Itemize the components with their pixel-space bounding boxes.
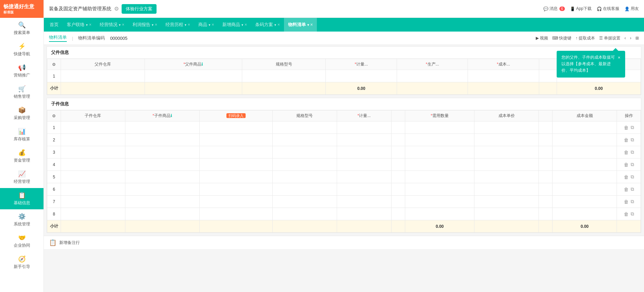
child-row7-product[interactable] bbox=[125, 196, 200, 208]
child-row8-warehouse[interactable] bbox=[61, 208, 125, 220]
child-row6-warehouse[interactable] bbox=[61, 183, 125, 196]
child-row5-spec[interactable] bbox=[272, 171, 337, 183]
app-download-item[interactable]: 📱 App下载 bbox=[570, 6, 592, 12]
nav-tab-5[interactable]: 商品 ▾ × bbox=[194, 18, 218, 32]
delete-icon-row2[interactable]: 🗑 bbox=[624, 137, 629, 143]
delete-icon-row5[interactable]: 🗑 bbox=[624, 174, 629, 180]
extract-cost-action[interactable]: ↑ 提取成本 bbox=[575, 35, 595, 41]
child-col-scan[interactable]: 扫码录入 bbox=[200, 110, 272, 121]
copy-icon-row5[interactable]: ⧉ bbox=[631, 174, 634, 180]
sidebar-item-0[interactable]: 🔍搜索菜单 bbox=[0, 18, 44, 39]
child-row2-measure[interactable] bbox=[337, 134, 391, 146]
child-row3-spec[interactable] bbox=[272, 146, 337, 159]
delete-icon-row4[interactable]: 🗑 bbox=[624, 162, 629, 167]
copy-icon-row3[interactable]: ⧉ bbox=[631, 149, 634, 155]
nav-tab-8[interactable]: 物料清单 ▾ × bbox=[284, 18, 317, 32]
child-row2-product[interactable] bbox=[125, 134, 200, 146]
parent-row1-measure[interactable] bbox=[326, 70, 397, 82]
child-row2-warehouse[interactable] bbox=[61, 134, 125, 146]
child-row8-measure[interactable] bbox=[337, 208, 391, 220]
child-row7-spec[interactable] bbox=[272, 196, 337, 208]
copy-icon-row1[interactable]: ⧉ bbox=[631, 125, 634, 130]
sidebar-item-7[interactable]: 📈经营管理 bbox=[0, 167, 44, 188]
shortcut-action[interactable]: ⌨ 快捷键 bbox=[552, 35, 571, 41]
sidebar-item-2[interactable]: 📢营销推广 bbox=[0, 60, 44, 82]
nav-tab-2[interactable]: 经营情况 ▾ × bbox=[96, 18, 128, 32]
child-row5-warehouse[interactable] bbox=[61, 171, 125, 183]
child-row4-warehouse[interactable] bbox=[61, 159, 125, 171]
delete-icon-row3[interactable]: 🗑 bbox=[624, 150, 629, 155]
nav-prev[interactable]: ‹ bbox=[624, 36, 626, 40]
parent-row1-cost[interactable] bbox=[468, 70, 539, 82]
child-row2-unit-cost[interactable] bbox=[474, 134, 539, 146]
sidebar-item-9[interactable]: ⚙️系统管理 bbox=[0, 209, 44, 231]
child-row8-qty[interactable] bbox=[405, 208, 474, 220]
delete-icon-row7[interactable]: 🗑 bbox=[624, 199, 629, 205]
child-row5-product[interactable] bbox=[125, 171, 200, 183]
delete-icon-row6[interactable]: 🗑 bbox=[624, 187, 629, 192]
parent-row1-product[interactable] bbox=[145, 70, 242, 82]
sidebar-item-11[interactable]: 🧭新手引导 bbox=[0, 252, 44, 273]
parent-row1-produce[interactable] bbox=[397, 70, 468, 82]
child-row4-measure[interactable] bbox=[337, 159, 391, 171]
copy-icon-row7[interactable]: ⧉ bbox=[631, 199, 634, 205]
child-row1-qty[interactable] bbox=[405, 121, 474, 134]
child-row7-qty[interactable] bbox=[405, 196, 474, 208]
nav-tab-1[interactable]: 客户联络 ▾ × bbox=[63, 18, 96, 32]
add-note-label[interactable]: 新增备注行 bbox=[59, 240, 80, 246]
child-row5-unit-cost[interactable] bbox=[474, 171, 539, 183]
settings-icon[interactable]: ⚙ bbox=[114, 5, 119, 12]
child-row3-unit-cost[interactable] bbox=[474, 146, 539, 159]
user-item[interactable]: 👤 用友 bbox=[624, 6, 639, 12]
child-row4-unit-cost[interactable] bbox=[474, 159, 539, 171]
child-row1-measure[interactable] bbox=[337, 121, 391, 134]
child-row2-spec[interactable] bbox=[272, 134, 337, 146]
copy-icon-row8[interactable]: ⧉ bbox=[631, 211, 634, 217]
child-row1-warehouse[interactable] bbox=[61, 121, 125, 134]
expand-icon[interactable]: ⊞ bbox=[635, 36, 639, 40]
child-row5-qty[interactable] bbox=[405, 171, 474, 183]
nav-tab-6[interactable]: 新增商品 ▾ × bbox=[218, 18, 251, 32]
child-row7-warehouse[interactable] bbox=[61, 196, 125, 208]
child-row3-warehouse[interactable] bbox=[61, 146, 125, 159]
child-row3-product[interactable] bbox=[125, 146, 200, 159]
child-row4-product[interactable] bbox=[125, 159, 200, 171]
sidebar-item-10[interactable]: 🤝企业协同 bbox=[0, 231, 44, 252]
child-row6-spec[interactable] bbox=[272, 183, 337, 196]
online-service-item[interactable]: 🎧 在线客服 bbox=[597, 6, 619, 12]
parent-row1-warehouse[interactable] bbox=[61, 70, 145, 82]
child-row5-measure[interactable] bbox=[337, 171, 391, 183]
sidebar-item-1[interactable]: ⚡快捷导航 bbox=[0, 39, 44, 60]
sidebar-item-5[interactable]: 📊库存核算 bbox=[0, 124, 44, 145]
delete-icon-row8[interactable]: 🗑 bbox=[624, 211, 629, 217]
copy-icon-row4[interactable]: ⧉ bbox=[631, 162, 634, 167]
child-row6-product[interactable] bbox=[125, 183, 200, 196]
child-row6-measure[interactable] bbox=[337, 183, 391, 196]
sidebar-item-4[interactable]: 📦采购管理 bbox=[0, 103, 44, 124]
child-row3-measure[interactable] bbox=[337, 146, 391, 159]
nav-tab-7[interactable]: 条码方案 ▾ × bbox=[251, 18, 284, 32]
video-action[interactable]: ▶ 视频 bbox=[536, 35, 548, 41]
child-row3-qty[interactable] bbox=[405, 146, 474, 159]
copy-icon-row2[interactable]: ⧉ bbox=[631, 137, 634, 143]
tooltip-close[interactable]: × bbox=[618, 54, 620, 61]
child-row6-unit-cost[interactable] bbox=[474, 183, 539, 196]
trial-button[interactable]: 体验行业方案 bbox=[122, 4, 157, 14]
child-row2-qty[interactable] bbox=[405, 134, 474, 146]
child-row7-measure[interactable] bbox=[337, 196, 391, 208]
child-row8-product[interactable] bbox=[125, 208, 200, 220]
message-item[interactable]: 💬 消息 6 bbox=[543, 6, 565, 12]
child-row4-spec[interactable] bbox=[272, 159, 337, 171]
sidebar-item-3[interactable]: 🛒销售管理 bbox=[0, 82, 44, 103]
child-row7-unit-cost[interactable] bbox=[474, 196, 539, 208]
nav-tab-3[interactable]: 利润报告 ▾ × bbox=[128, 18, 161, 32]
sidebar-item-6[interactable]: 💰资金管理 bbox=[0, 145, 44, 167]
child-row6-qty[interactable] bbox=[405, 183, 474, 196]
delete-icon-row1[interactable]: 🗑 bbox=[624, 125, 629, 130]
nav-next[interactable]: › bbox=[630, 36, 631, 40]
single-settings-action[interactable]: ☰ 单据设置 bbox=[599, 35, 620, 41]
child-row8-spec[interactable] bbox=[272, 208, 337, 220]
child-row4-qty[interactable] bbox=[405, 159, 474, 171]
nav-tab-0[interactable]: 首页 bbox=[46, 18, 63, 32]
copy-icon-row6[interactable]: ⧉ bbox=[631, 186, 634, 192]
